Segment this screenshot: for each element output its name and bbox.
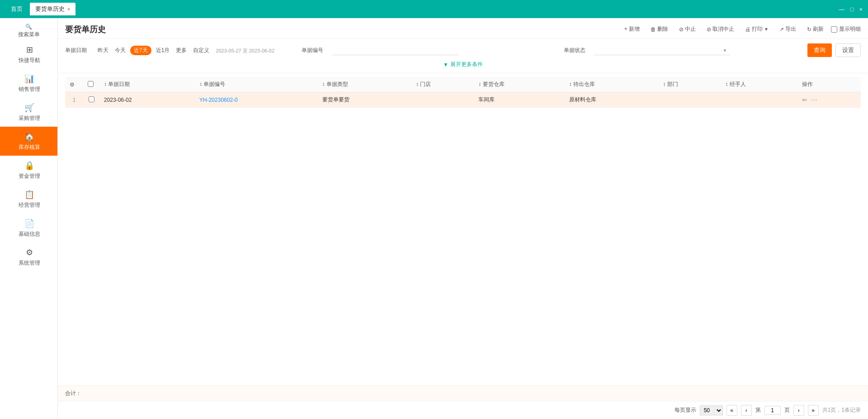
last-page-btn[interactable]: » (808, 405, 819, 416)
window-close-icon[interactable]: × (859, 6, 863, 13)
prev-page-btn[interactable]: ‹ (741, 405, 752, 416)
row-handler (721, 92, 797, 108)
more-icon[interactable]: ⋯ (811, 96, 817, 104)
window-maximize-icon[interactable]: □ (850, 6, 854, 13)
sidebar-item-inventory-label: 库存核算 (19, 143, 40, 151)
data-table: ⚙ ↕ 单据日期 ↕ 单据编号 ↕ 单据类型 (65, 77, 861, 108)
row-req-warehouse: 车间库 (474, 92, 565, 108)
window-minimize-icon[interactable]: — (839, 6, 845, 13)
date-btn-1month[interactable]: 近1月 (154, 46, 172, 55)
sidebar-item-system-label: 系统管理 (19, 259, 40, 267)
export-button[interactable]: ↗ 导出 (776, 24, 800, 35)
refresh-icon: ↻ (807, 26, 811, 33)
sidebar-item-quick-nav[interactable]: ⊞ 快捷导航 (0, 40, 57, 69)
query-button[interactable]: 查询 (807, 43, 832, 57)
date-range-display: 2023-05-27 至 2023-06-02 (216, 47, 274, 54)
col-checkbox (83, 77, 99, 92)
cancel-stop-button[interactable]: ⊘ 取消中止 (703, 24, 738, 35)
doc-no-input-wrap (332, 46, 536, 55)
delete-button[interactable]: 🗑 删除 (647, 24, 672, 35)
col-operation: 操作 (797, 77, 861, 92)
top-bar-right: — □ × (839, 6, 863, 13)
date-btn-7days[interactable]: 近7天 (130, 46, 151, 55)
new-button[interactable]: + 新增 (621, 24, 643, 35)
row-department (658, 92, 721, 108)
base-icon: 📄 (24, 219, 34, 229)
print-button[interactable]: 🖨 打印 ▼ (741, 24, 772, 35)
settings-button[interactable]: 设置 (835, 43, 861, 57)
col-pending-warehouse[interactable]: ↕ 待出仓库 (565, 77, 658, 92)
doc-no-input[interactable] (332, 46, 459, 55)
search-icon: 🔍 (25, 24, 32, 30)
tab-req-history[interactable]: 要货单历史 × (30, 3, 75, 15)
system-icon: ⚙ (26, 248, 33, 257)
sidebar-item-base[interactable]: 📄 基础信息 (0, 214, 57, 243)
display-detail-toggle[interactable]: 显示明细 (831, 25, 861, 33)
finance-icon: 🔒 (24, 161, 34, 171)
row-doc-no: YH-20230602-0 (195, 92, 318, 108)
date-filter-buttons: 昨天 今天 近7天 近1月 更多 自定义 (96, 46, 211, 55)
row-date: 2023-06-02 (99, 92, 195, 108)
doc-no-label: 单据编号 (302, 47, 323, 54)
col-req-warehouse[interactable]: ↕ 要货仓库 (474, 77, 565, 92)
col-store[interactable]: ↕ 门店 (411, 77, 474, 92)
print-icon: 🖨 (745, 26, 750, 33)
sidebar-search[interactable]: 🔍 搜索菜单 (0, 18, 57, 40)
col-settings[interactable]: ⚙ (65, 77, 83, 92)
status-select-wrap: ▼ (594, 46, 798, 55)
per-page-select[interactable]: 50 100 200 (700, 405, 723, 415)
date-btn-yesterday[interactable]: 昨天 (96, 46, 110, 55)
delete-icon: 🗑 (651, 26, 656, 33)
date-btn-more[interactable]: 更多 (174, 46, 189, 55)
main-layout: 🔍 搜索菜单 ⊞ 快捷导航 📊 销售管理 🛒 采购管理 🏠 库存核算 🔒 资金管… (0, 18, 868, 419)
stop-icon: ⊘ (679, 26, 684, 33)
display-detail-checkbox[interactable] (831, 26, 837, 33)
select-all-checkbox[interactable] (88, 81, 94, 87)
col-department[interactable]: ↕ 部门 (658, 77, 721, 92)
col-date[interactable]: ↕ 单据日期 (99, 77, 195, 92)
row-doc-type: 要货单要货 (318, 92, 411, 108)
tab-close-icon[interactable]: × (67, 6, 70, 12)
row-store (411, 92, 474, 108)
sidebar-search-label: 搜索菜单 (18, 31, 40, 38)
expand-more-btn[interactable]: ▼ 展开更多条件 (65, 61, 861, 68)
sidebar-item-inventory[interactable]: 🏠 库存核算 (0, 127, 57, 156)
date-btn-today[interactable]: 今天 (113, 46, 127, 55)
sidebar-item-finance[interactable]: 🔒 资金管理 (0, 156, 57, 185)
row-num: 1 (65, 92, 83, 108)
sidebar-item-purchase[interactable]: 🛒 采购管理 (0, 98, 57, 127)
tab-home[interactable]: 首页 (5, 3, 28, 15)
date-btn-custom[interactable]: 自定义 (191, 46, 211, 55)
export-icon: ↗ (779, 26, 784, 33)
sidebar-item-purchase-label: 采购管理 (19, 114, 40, 122)
stop-button[interactable]: ⊘ 中止 (675, 24, 699, 35)
col-handler[interactable]: ↕ 经手人 (721, 77, 797, 92)
row-pending-warehouse: 原材料仓库 (565, 92, 658, 108)
ops-icon: 📋 (24, 190, 34, 200)
sales-icon: 📊 (24, 74, 34, 84)
row-operations: ✏ ⋯ (797, 92, 861, 108)
first-page-btn[interactable]: « (726, 405, 737, 416)
expand-icon: ▼ (443, 62, 448, 68)
sidebar-item-sales[interactable]: 📊 销售管理 (0, 69, 57, 98)
tab-home-label: 首页 (11, 5, 23, 13)
table-row: 1 2023-06-02 YH-20230602-0 要货单要货 车间库 原材料… (65, 92, 861, 108)
edit-icon[interactable]: ✏ (802, 96, 807, 104)
table-container: ⚙ ↕ 单据日期 ↕ 单据编号 ↕ 单据类型 (58, 73, 868, 386)
sidebar-item-ops[interactable]: 📋 经营管理 (0, 185, 57, 214)
status-select[interactable] (594, 46, 730, 55)
next-page-btn[interactable]: › (793, 405, 804, 416)
purchase-icon: 🛒 (24, 103, 34, 113)
header-actions: + 新增 🗑 删除 ⊘ 中止 ⊘ 取消中止 🖨 打印 ▼ (621, 24, 861, 35)
col-settings-icon: ⚙ (70, 81, 75, 88)
col-doc-no[interactable]: ↕ 单据编号 (195, 77, 318, 92)
sidebar-item-sales-label: 销售管理 (19, 86, 40, 93)
sidebar-item-system[interactable]: ⚙ 系统管理 (0, 243, 57, 271)
summary-label: 合计： (65, 390, 81, 396)
refresh-button[interactable]: ↻ 刷新 (803, 24, 827, 35)
page-input[interactable] (764, 406, 781, 415)
sidebar: 🔍 搜索菜单 ⊞ 快捷导航 📊 销售管理 🛒 采购管理 🏠 库存核算 🔒 资金管… (0, 18, 58, 419)
doc-no-link[interactable]: YH-20230602-0 (199, 97, 238, 103)
col-doc-type[interactable]: ↕ 单据类型 (318, 77, 411, 92)
row-checkbox[interactable] (89, 96, 94, 102)
